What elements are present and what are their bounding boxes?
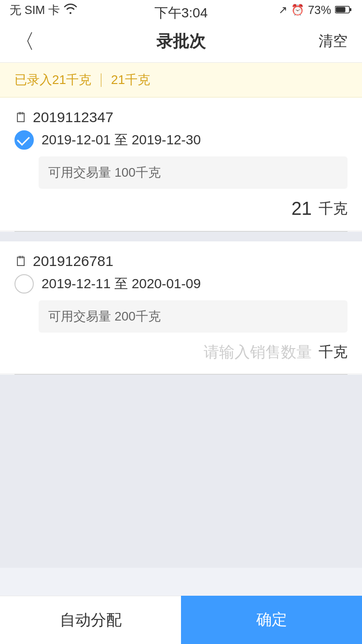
radio-1[interactable] bbox=[14, 130, 34, 150]
batch-number-2: 2019126781 bbox=[33, 253, 113, 269]
battery-icon bbox=[335, 3, 352, 17]
page-title: 录批次 bbox=[156, 30, 206, 53]
status-left: 无 SIM 卡 bbox=[10, 2, 77, 18]
summary-total: 21千克 bbox=[111, 71, 150, 88]
item-2-date: 2019-12-11 至 2020-01-09 bbox=[42, 275, 201, 293]
back-button[interactable]: 〈 bbox=[14, 28, 43, 55]
item-1-unit: 千克 bbox=[319, 199, 348, 219]
nav-bar: 〈 录批次 清空 bbox=[0, 20, 362, 63]
status-bar: 无 SIM 卡 下午3:04 ↗ ⏰ 73% bbox=[0, 0, 362, 20]
batch-item-1: 🗒 2019112347 2019-12-01 至 2019-12-30 可用交… bbox=[0, 98, 362, 232]
batch-number-1: 2019112347 bbox=[33, 109, 113, 126]
item-1-quantity: 21 bbox=[292, 198, 312, 219]
radio-2[interactable] bbox=[14, 274, 34, 294]
item-1-input-row: 21 千克 bbox=[0, 189, 362, 231]
item-1-date: 2019-12-01 至 2019-12-30 bbox=[42, 131, 201, 149]
item-2-input-row[interactable]: 千克 bbox=[0, 333, 362, 374]
location-icon: ↗ bbox=[278, 4, 287, 16]
batch-icon-2: 🗒 bbox=[14, 253, 28, 269]
clear-button[interactable]: 清空 bbox=[319, 31, 348, 51]
status-time: 下午3:04 bbox=[154, 4, 208, 22]
status-right: ↗ ⏰ 73% bbox=[278, 3, 352, 17]
auto-distribute-button[interactable]: 自动分配 bbox=[0, 596, 181, 644]
batch-icon-1: 🗒 bbox=[14, 110, 28, 126]
bottom-gray-area bbox=[0, 375, 362, 568]
item-2-date-row[interactable]: 2019-12-11 至 2020-01-09 bbox=[0, 269, 362, 294]
summary-banner: 已录入21千克 21千克 bbox=[0, 63, 362, 98]
battery-text: 73% bbox=[308, 3, 331, 17]
item-1-date-row[interactable]: 2019-12-01 至 2019-12-30 bbox=[0, 126, 362, 150]
item-2-available: 可用交易量 200千克 bbox=[39, 300, 348, 333]
footer-bar: 自动分配 确定 bbox=[0, 596, 362, 644]
wifi-icon bbox=[64, 3, 77, 17]
alarm-icon: ⏰ bbox=[291, 4, 304, 16]
item-2-unit: 千克 bbox=[319, 342, 348, 362]
summary-entered: 已录入21千克 bbox=[14, 71, 91, 88]
svg-rect-1 bbox=[349, 8, 351, 11]
svg-rect-2 bbox=[336, 7, 346, 13]
carrier-text: 无 SIM 卡 bbox=[10, 2, 60, 18]
quantity-input-2[interactable] bbox=[118, 343, 312, 361]
item-2-header: 🗒 2019126781 bbox=[0, 241, 362, 269]
item-1-header: 🗒 2019112347 bbox=[0, 98, 362, 126]
item-1-available: 可用交易量 100千克 bbox=[39, 156, 348, 189]
confirm-button[interactable]: 确定 bbox=[181, 596, 362, 644]
summary-divider bbox=[101, 73, 101, 87]
batch-item-2: 🗒 2019126781 2019-12-11 至 2020-01-09 可用交… bbox=[0, 241, 362, 375]
card-spacer bbox=[0, 232, 362, 241]
